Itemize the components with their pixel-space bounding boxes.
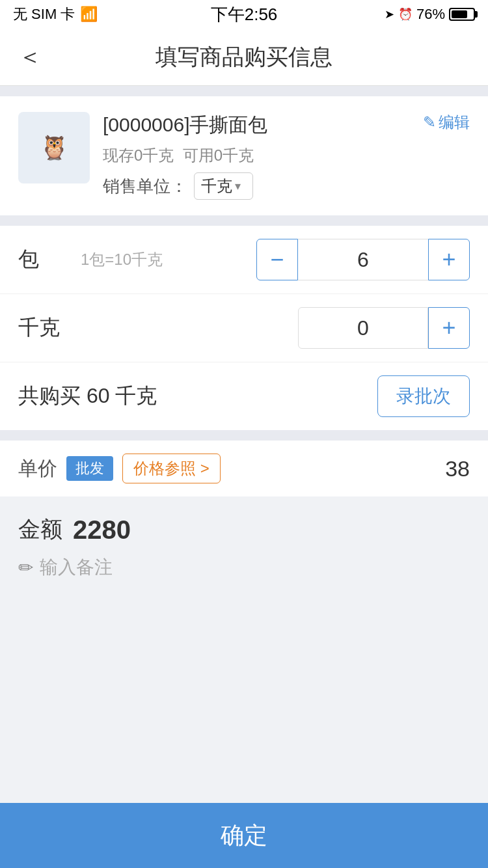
edit-icon: ✎ xyxy=(423,113,436,131)
empty-space xyxy=(0,593,488,775)
page-title: 填写商品购买信息 xyxy=(156,42,332,72)
price-value: 38 xyxy=(445,456,470,481)
battery-icon xyxy=(449,8,475,21)
quantity-control-bao: − + xyxy=(256,239,470,280)
confirm-button[interactable]: 确定 xyxy=(0,803,488,868)
status-bar: 无 SIM 卡 📶 下午2:56 ➤ ⏰ 76% xyxy=(0,0,488,29)
status-time: 下午2:56 xyxy=(211,3,278,26)
price-ref-button[interactable]: 价格参照 > xyxy=(122,454,221,483)
product-name: [0000006]手撕面包 xyxy=(103,112,423,139)
nav-bar: ＜ 填写商品购买信息 xyxy=(0,29,488,86)
label-kg: 千克 xyxy=(18,314,70,342)
remark-row[interactable]: ✏ 输入备注 xyxy=(18,555,470,580)
unit-label: 销售单位： xyxy=(103,175,187,198)
form-section: 包 1包=10千克 − + 千克 + 共购买 60 千克 录批次 xyxy=(0,226,488,430)
amount-section: 金额 2280 ✏ 输入备注 xyxy=(0,496,488,593)
total-row: 共购买 60 千克 录批次 xyxy=(0,362,488,430)
unit-select[interactable]: 千克 ▾ xyxy=(194,172,253,200)
price-divider xyxy=(0,430,488,441)
hint-bao: 1包=10千克 xyxy=(81,249,246,270)
battery-percent: 76% xyxy=(416,6,445,23)
price-tag: 批发 xyxy=(66,456,113,481)
price-label: 单价 xyxy=(18,455,57,482)
location-icon: ➤ xyxy=(385,7,394,21)
amount-value: 2280 xyxy=(73,515,131,545)
top-divider xyxy=(0,86,488,96)
amount-row: 金额 2280 xyxy=(18,515,470,545)
remark-icon: ✏ xyxy=(18,557,33,578)
back-button[interactable]: ＜ xyxy=(18,41,42,73)
product-stock: 现存0千克 可用0千克 xyxy=(103,145,470,166)
chevron-down-icon: ▾ xyxy=(235,179,241,193)
product-card: 🦉 [0000006]手撕面包 ✎ 编辑 现存0千克 可用0千克 销售单位： 千… xyxy=(0,96,488,215)
product-thumbnail: 🦉 xyxy=(18,112,90,183)
edit-button[interactable]: ✎ 编辑 xyxy=(423,112,470,133)
product-title-row: [0000006]手撕面包 ✎ 编辑 xyxy=(103,112,470,139)
product-info: [0000006]手撕面包 ✎ 编辑 现存0千克 可用0千克 销售单位： 千克 … xyxy=(103,112,470,200)
alarm-icon: ⏰ xyxy=(398,7,413,21)
status-carrier: 无 SIM 卡 📶 xyxy=(13,5,98,24)
quantity-control-kg: + xyxy=(298,307,470,349)
qty-bao-input[interactable] xyxy=(298,239,428,280)
status-right: ➤ ⏰ 76% xyxy=(385,6,475,23)
batch-button[interactable]: 录批次 xyxy=(377,375,470,417)
product-logo-icon: 🦉 xyxy=(40,134,69,161)
label-bao: 包 xyxy=(18,245,70,274)
price-row: 单价 批发 价格参照 > 38 xyxy=(18,454,470,483)
increment-kg-button[interactable]: + xyxy=(428,307,470,349)
qty-kg-input[interactable] xyxy=(298,307,428,349)
carrier-text: 无 SIM 卡 xyxy=(13,5,75,24)
increment-bao-button[interactable]: + xyxy=(428,239,470,280)
form-row-kg: 千克 + xyxy=(0,294,488,362)
form-divider-top xyxy=(0,215,488,226)
price-section: 单价 批发 价格参照 > 38 xyxy=(0,441,488,496)
amount-label: 金额 xyxy=(18,515,62,545)
decrement-bao-button[interactable]: − xyxy=(256,239,298,280)
remark-placeholder: 输入备注 xyxy=(40,555,113,580)
product-unit-row: 销售单位： 千克 ▾ xyxy=(103,172,470,200)
total-text: 共购买 60 千克 xyxy=(18,382,157,411)
confirm-button-label: 确定 xyxy=(221,820,267,852)
wifi-icon: 📶 xyxy=(80,6,98,23)
form-row-bao: 包 1包=10千克 − + xyxy=(0,226,488,294)
